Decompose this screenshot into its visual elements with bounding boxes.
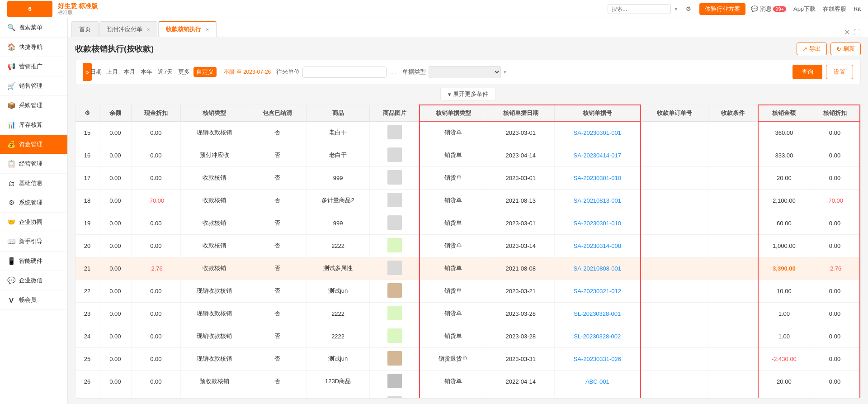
col-header-cancel-amount[interactable]: 核销金额 <box>758 105 810 121</box>
page-title: 收款核销执行(按收款) <box>75 43 797 54</box>
expand-more-row: ▾ 展开更多条件 <box>75 88 861 100</box>
btn-more-dates[interactable]: 更多 <box>176 67 192 77</box>
cell-cancel-amount: 1,000.00 <box>758 234 810 257</box>
table-container[interactable]: ⚙ 余额 现金折扣 核销类型 包含已结清 商品 商品图片 核销单据类型 核销单据… <box>75 104 861 399</box>
sidebar-item-search[interactable]: 🔍 搜索菜单 <box>0 18 67 38</box>
col-header-receipt-condition[interactable]: 收款条件 <box>708 105 758 121</box>
cell-seq: 27 <box>75 393 99 399</box>
cell-receipt-condition <box>708 144 758 166</box>
sidebar-label-marketing: 营销推广 <box>19 62 42 71</box>
tab-receipt-close[interactable]: × <box>206 27 208 32</box>
col-header-cancel-voucher-date[interactable]: 核销单据日期 <box>487 105 554 121</box>
cell-receipt-condition <box>708 257 758 280</box>
btn-this-year[interactable]: 本年 <box>139 67 154 77</box>
table-row: 240.000.00现销收款核销否2222销货单2023-03-28SL-202… <box>75 325 860 347</box>
service-link[interactable]: 在线客服 <box>823 5 846 13</box>
date-btns: 上月 本月 本年 近7天 更多 自定义 <box>104 67 217 77</box>
btn-last-month[interactable]: 上月 <box>104 67 120 77</box>
refresh-btn[interactable]: ↻ 刷新 <box>830 43 861 55</box>
col-header-cancel-discount[interactable]: 核销折扣 <box>810 105 860 121</box>
search-icon: 🔍 <box>7 24 15 32</box>
col-header-balance[interactable]: 余额 <box>99 105 132 121</box>
col-header-include-settled[interactable]: 包含已结清 <box>248 105 306 121</box>
cell-include-settled: 否 <box>248 302 306 325</box>
marketing-icon: 📢 <box>7 62 15 71</box>
cell-seq: 16 <box>75 144 99 166</box>
topbar-search-input[interactable] <box>608 4 671 14</box>
cell-product-img <box>370 212 420 234</box>
table-row: 170.000.00收款核销否999销货单2023-03-01SA-202303… <box>75 166 860 189</box>
col-header-cancel-type[interactable]: 核销类型 <box>181 105 248 121</box>
cell-seq: 18 <box>75 189 99 212</box>
filter-settings-btn[interactable]: 设置 <box>826 65 853 79</box>
cell-cancel-type: 现销收款核销 <box>181 393 248 399</box>
col-header-cancel-voucher-no[interactable]: 核销单据号 <box>554 105 641 121</box>
table-row: 260.000.00预收款核销否123D商品销货单2022-04-14ABC-0… <box>75 370 860 393</box>
table-row: 210.00-2.76收款核销否测试多属性销货单2021-08-08SA-202… <box>75 257 860 280</box>
col-header-receipt-order-no[interactable]: 收款单订单号 <box>641 105 708 121</box>
cell-receipt-order-no <box>641 347 708 370</box>
sidebar-item-basic[interactable]: 🗂 基础信息 <box>0 174 67 193</box>
expand-more-btn[interactable]: ▾ 展开更多条件 <box>440 88 496 100</box>
cell-cancel-discount: 0.00 <box>810 166 860 189</box>
operations-icon: 📋 <box>7 160 15 168</box>
brand-edition: 标准版 <box>58 10 98 15</box>
sidebar-item-sales[interactable]: 🛒 销售管理 <box>0 76 67 96</box>
sidebar-item-operations[interactable]: 📋 经营管理 <box>0 154 67 174</box>
tab-home[interactable]: 首页 <box>71 21 99 37</box>
cell-cash-discount: -2.76 <box>131 257 181 280</box>
query-btn[interactable]: 查询 <box>793 65 822 79</box>
hardware-icon: 📱 <box>7 257 15 265</box>
counterpart-input[interactable] <box>302 67 387 78</box>
page-header: 收款核销执行(按收款) ↗ 导出 ↻ 刷新 <box>75 43 861 55</box>
cell-product-img <box>370 280 420 302</box>
col-header-product-img[interactable]: 商品图片 <box>370 105 420 121</box>
btn-custom-date[interactable]: 自定义 <box>193 67 217 77</box>
cell-product: 123D商品 <box>307 370 370 393</box>
sidebar-item-marketing[interactable]: 📢 营销推广 <box>0 57 67 76</box>
notifications-icon[interactable]: 💬 消息 99+ <box>751 5 786 13</box>
sidebar-item-system[interactable]: ⚙ 系统管理 <box>0 193 67 213</box>
cell-cancel-voucher-type: 销货单 <box>420 325 487 347</box>
cell-balance: 0.00 <box>99 280 132 302</box>
col-header-seq[interactable]: ⚙ <box>75 105 99 121</box>
topbar-settings-icon[interactable]: ⚙ <box>683 4 694 14</box>
tab-receipt[interactable]: 收款核销执行 × <box>158 21 216 37</box>
cell-cash-discount: 0.00 <box>131 121 181 144</box>
sidebar-label-basic: 基础信息 <box>19 179 42 187</box>
expand-more-label: 展开更多条件 <box>453 90 488 98</box>
member-icon: V <box>7 296 15 304</box>
solution-btn[interactable]: 体验行业方案 <box>699 3 745 15</box>
sidebar-item-member[interactable]: V 畅会员 <box>0 290 67 310</box>
col-header-cancel-voucher-type[interactable]: 核销单据类型 <box>420 105 487 121</box>
sidebar-item-collab[interactable]: 🤝 企业协同 <box>0 213 67 232</box>
cell-balance: 0.00 <box>99 144 132 166</box>
cell-receipt-condition <box>708 393 758 399</box>
tabs-expand-icon[interactable]: ⛶ <box>854 29 861 37</box>
cell-cancel-voucher-no: SA-20230414-017 <box>554 144 641 166</box>
tab-prepaid-close[interactable]: × <box>147 27 150 32</box>
cell-cancel-amount: 20.00 <box>758 166 810 189</box>
export-btn[interactable]: ↗ 导出 <box>797 43 827 55</box>
voucher-type-select[interactable] <box>429 66 501 78</box>
cell-cash-discount: 0.00 <box>131 144 181 166</box>
cell-seq: 21 <box>75 257 99 280</box>
tabs-close-icon[interactable]: ✕ <box>844 28 850 37</box>
sidebar-item-hardware[interactable]: 📱 智能硬件 <box>0 252 67 271</box>
sidebar-item-inventory[interactable]: 📊 库存核算 <box>0 115 67 135</box>
cell-include-settled: 否 <box>248 121 306 144</box>
finance-icon: 💰 <box>7 140 15 148</box>
cell-cancel-amount: -2,430.00 <box>758 347 810 370</box>
sidebar-item-wechat[interactable]: 💬 企业微信 <box>0 271 67 290</box>
topbar-dropdown-icon[interactable]: ▾ <box>675 5 678 12</box>
sidebar-item-finance[interactable]: 💰 资金管理 <box>0 135 67 154</box>
app-download-link[interactable]: App下载 <box>793 5 816 13</box>
col-header-cash-discount[interactable]: 现金折扣 <box>131 105 181 121</box>
btn-last7days[interactable]: 近7天 <box>156 67 175 77</box>
sidebar-item-quick-nav[interactable]: 🏠 快捷导航 <box>0 38 67 57</box>
btn-this-month[interactable]: 本月 <box>122 67 137 77</box>
sidebar-item-purchase[interactable]: 📦 采购管理 <box>0 96 67 115</box>
col-header-product[interactable]: 商品 <box>307 105 370 121</box>
tab-prepaid[interactable]: 预付冲应付单 × <box>99 21 157 37</box>
sidebar-item-guide[interactable]: 📖 新手引导 <box>0 232 67 252</box>
